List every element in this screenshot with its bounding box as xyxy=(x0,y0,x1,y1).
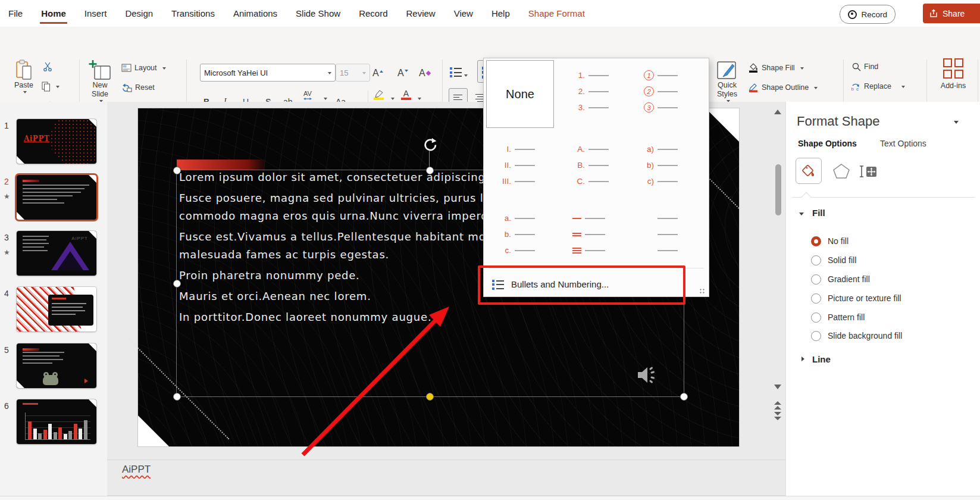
red-arrow-decoration xyxy=(84,379,90,383)
adjust-handle-bottom-center[interactable] xyxy=(426,393,434,401)
next-slide-button[interactable] xyxy=(774,417,781,424)
tab-help[interactable]: Help xyxy=(491,8,510,18)
scrollbar-thumb[interactable] xyxy=(775,164,781,215)
reset-label: Reset xyxy=(135,83,155,92)
tab-slide-show[interactable]: Slide Show xyxy=(296,8,340,18)
tab-transitions[interactable]: Transitions xyxy=(171,8,215,18)
tab-home[interactable]: Home xyxy=(41,8,66,18)
tab-design[interactable]: Design xyxy=(125,8,153,18)
triangle-decoration xyxy=(57,251,83,270)
bullets-button[interactable] xyxy=(450,63,468,77)
tab-view[interactable]: View xyxy=(454,8,473,18)
numbering-option-alpha-upper[interactable]: A. B. C. xyxy=(567,141,624,189)
annotation-highlight-rectangle xyxy=(478,265,685,305)
slide-thumbnail-5[interactable] xyxy=(17,343,96,388)
none-label: None xyxy=(506,88,534,101)
numbering-option-alpha-lower-paren[interactable]: a) b) c) xyxy=(636,141,693,189)
tab-review[interactable]: Review xyxy=(406,8,436,18)
size-properties-icon-button[interactable] xyxy=(859,162,879,180)
chevron-down-icon[interactable] xyxy=(799,212,804,218)
slide-thumbnail-4[interactable] xyxy=(17,287,96,332)
copy-button[interactable] xyxy=(42,80,60,92)
menu-bar: File Home Insert Design Transitions Anim… xyxy=(0,0,980,27)
tab-record[interactable]: Record xyxy=(359,8,387,18)
record-button[interactable]: Record xyxy=(840,5,896,24)
quick-styles-button[interactable]: Quick Styles xyxy=(710,60,744,103)
share-button[interactable]: Share xyxy=(923,4,980,23)
shape-fill-button[interactable]: Shape Fill xyxy=(749,62,804,74)
numbering-option-alpha-lower[interactable]: a. b. c. xyxy=(493,210,550,258)
fill-option-slide-background-fill[interactable]: Slide background fill xyxy=(811,330,902,341)
layout-button[interactable]: Layout xyxy=(121,62,166,74)
numbering-option-none[interactable]: None xyxy=(486,60,554,128)
slide-thumbnail-3[interactable]: AiPPT xyxy=(17,231,96,276)
scroll-down-arrow[interactable] xyxy=(774,385,781,393)
numbering-option-plain[interactable] xyxy=(636,210,693,258)
numbering-option-roman-upper[interactable]: I. II. III. xyxy=(493,141,550,189)
tab-text-options[interactable]: Text Options xyxy=(880,139,926,148)
previous-slide-button[interactable] xyxy=(774,402,781,410)
addins-button[interactable]: Add-ins xyxy=(935,58,971,90)
tab-insert[interactable]: Insert xyxy=(84,8,107,18)
shrink-font-button[interactable]: A xyxy=(397,64,408,79)
chevron-down-icon[interactable] xyxy=(391,98,394,102)
chevron-down-icon[interactable] xyxy=(418,98,421,102)
thumb-text-line xyxy=(23,199,57,200)
shape-outline-button[interactable]: Shape Outline xyxy=(749,82,818,93)
frog-graphic xyxy=(43,375,58,385)
effects-icon-button[interactable] xyxy=(831,161,851,180)
rotate-handle[interactable] xyxy=(422,137,437,152)
grow-font-button[interactable]: A xyxy=(372,64,383,79)
paste-button[interactable]: Paste xyxy=(10,60,38,94)
resize-handle-bottom-left[interactable] xyxy=(173,393,181,401)
thumb-text-line xyxy=(23,243,49,244)
font-name-combo[interactable]: Microsoft YaHei UI xyxy=(200,64,336,82)
numbering-option-decimal[interactable]: 1. 2. 3. xyxy=(567,67,624,115)
menu-resize-grip[interactable] xyxy=(699,288,705,294)
fill-option-pattern-fill[interactable]: Pattern fill xyxy=(811,312,865,323)
corner-decoration xyxy=(17,380,24,388)
slide-number-3: 3 xyxy=(4,233,14,242)
scroll-up-arrow[interactable] xyxy=(774,106,781,114)
share-button-label: Share xyxy=(943,9,965,18)
chevron-right-icon[interactable] xyxy=(801,357,807,361)
slide-thumbnail-2-selected[interactable] xyxy=(17,175,96,220)
fill-section-header[interactable]: Fill xyxy=(812,208,825,218)
reset-button[interactable]: Reset xyxy=(121,82,155,93)
new-slide-button[interactable]: New Slide xyxy=(84,60,115,103)
slide-number-5: 5 xyxy=(4,345,14,355)
audio-speaker-icon[interactable] xyxy=(637,365,658,385)
notes-divider[interactable] xyxy=(107,460,785,460)
slide-thumbnail-1[interactable]: AiPPT xyxy=(17,119,96,164)
fill-option-no-fill[interactable]: No fill xyxy=(811,236,849,246)
shape-fill-icon xyxy=(749,63,759,73)
resize-handle-middle-left[interactable] xyxy=(173,280,181,288)
resize-handle-top-center[interactable] xyxy=(426,167,434,174)
notes-text[interactable]: AiPPT xyxy=(122,464,151,476)
slide-thumbnail-6[interactable] xyxy=(17,399,96,444)
replace-button[interactable]: b c Replace xyxy=(851,80,905,92)
tab-shape-format[interactable]: Shape Format xyxy=(528,8,585,18)
tab-shape-options[interactable]: Shape Options xyxy=(798,139,857,148)
thumb-text-line xyxy=(23,239,46,240)
font-size-combo[interactable]: 15 xyxy=(336,64,370,82)
tab-animations[interactable]: Animations xyxy=(233,8,277,18)
fill-option-gradient-fill[interactable]: Gradient fill xyxy=(811,274,870,285)
fill-option-picture-fill[interactable]: Picture or texture fill xyxy=(811,293,901,304)
collapse-pane-chevron-icon[interactable] xyxy=(954,121,959,126)
resize-handle-top-left[interactable] xyxy=(173,167,181,174)
clear-formatting-button[interactable]: A xyxy=(419,64,429,79)
chevron-down-icon xyxy=(56,86,60,90)
find-button[interactable]: Find xyxy=(852,61,878,73)
numbering-option-cjk[interactable] xyxy=(567,210,624,258)
fill-option-solid-fill[interactable]: Solid fill xyxy=(811,255,856,265)
resize-handle-bottom-right[interactable] xyxy=(680,393,688,401)
powerpoint-window: File Home Insert Design Transitions Anim… xyxy=(0,0,980,500)
corner-decoration xyxy=(89,119,96,127)
numbering-option-circled[interactable]: 1 2 3 xyxy=(636,67,693,115)
chevron-down-icon[interactable] xyxy=(324,98,327,102)
line-section-header[interactable]: Line xyxy=(812,354,831,364)
cut-button[interactable] xyxy=(43,61,52,73)
tab-file[interactable]: File xyxy=(8,8,23,18)
fill-and-line-icon-button[interactable] xyxy=(796,158,822,184)
